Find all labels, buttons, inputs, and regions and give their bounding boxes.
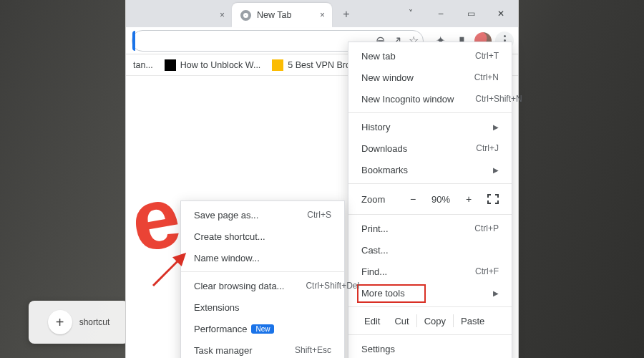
tab-title: New Tab — [257, 10, 291, 20]
zoom-out-button[interactable]: − — [407, 193, 419, 205]
menu-more-tools[interactable]: More tools▶ — [348, 282, 512, 304]
submenu-task-manager[interactable]: Task managerShift+Esc — [181, 339, 344, 358]
menu-cut[interactable]: Cut — [387, 316, 416, 326]
menu-zoom: Zoom − 90% + — [348, 187, 512, 211]
new-tab-button[interactable]: + — [336, 4, 356, 24]
tab-active[interactable]: New Tab × — [232, 3, 332, 27]
add-shortcut-icon: + — [48, 310, 72, 334]
menu-downloads[interactable]: DownloadsCtrl+J — [348, 137, 512, 159]
menu-incognito[interactable]: New Incognito windowCtrl+Shift+N — [348, 88, 512, 110]
close-window-button[interactable]: ✕ — [487, 3, 515, 24]
menu-new-tab[interactable]: New tabCtrl+T — [348, 45, 512, 67]
shortcut-label: shortcut — [79, 317, 110, 327]
menu-find[interactable]: Find...Ctrl+F — [348, 261, 512, 282]
bookmark-item[interactable]: tan... — [133, 60, 153, 70]
close-icon[interactable]: × — [220, 10, 225, 20]
menu-paste[interactable]: Paste — [454, 316, 492, 326]
menu-print[interactable]: Print...Ctrl+P — [348, 218, 512, 239]
new-badge: New — [251, 324, 274, 334]
menu-new-window[interactable]: New windowCtrl+N — [348, 67, 512, 88]
tab-search-chevron-icon[interactable]: ˅ — [396, 3, 425, 24]
zoom-value: 90% — [431, 194, 450, 205]
zoom-in-button[interactable]: + — [463, 193, 474, 205]
favicon-icon — [272, 59, 283, 71]
close-icon[interactable]: × — [320, 10, 325, 20]
menu-edit-row: Edit Cut Copy Paste — [348, 310, 512, 332]
menu-bookmarks[interactable]: Bookmarks▶ — [348, 159, 512, 180]
maximize-button[interactable]: ▭ — [457, 3, 485, 24]
bookmark-item[interactable]: How to Unblock W... — [165, 59, 261, 71]
submenu-clear-browsing-data[interactable]: Clear browsing data...Ctrl+Shift+Del — [181, 275, 344, 296]
menu-cast[interactable]: Cast... — [348, 239, 512, 261]
favicon-icon — [165, 59, 176, 71]
fullscreen-icon[interactable] — [487, 194, 499, 204]
menu-copy[interactable]: Copy — [417, 316, 453, 326]
tab-strip: × New Tab × + ˅ – ▭ ✕ — [126, 0, 518, 27]
window-controls: ˅ – ▭ ✕ — [396, 0, 515, 27]
shortcut-tile[interactable]: + shortcut — [29, 301, 129, 344]
chrome-window: × New Tab × + ˅ – ▭ ✕ ⊖ ↗ ☆ ✦ ▮ tan... H — [125, 0, 519, 358]
main-menu: New tabCtrl+T New windowCtrl+N New Incog… — [348, 42, 512, 358]
submenu-create-shortcut[interactable]: Create shortcut... — [181, 226, 344, 247]
minimize-button[interactable]: – — [426, 3, 455, 24]
google-logo-fragment: e — [124, 165, 188, 271]
chrome-icon — [240, 10, 251, 21]
submenu-save-page[interactable]: Save page as...Ctrl+S — [181, 204, 344, 226]
more-tools-submenu: Save page as...Ctrl+S Create shortcut...… — [180, 200, 345, 358]
submenu-performance[interactable]: PerformanceNew — [181, 318, 344, 339]
menu-history[interactable]: History▶ — [348, 116, 512, 137]
menu-settings[interactable]: Settings — [348, 338, 512, 358]
tab-inactive[interactable]: × — [132, 3, 232, 27]
submenu-name-window[interactable]: Name window... — [181, 247, 344, 268]
submenu-extensions[interactable]: Extensions — [181, 296, 344, 318]
